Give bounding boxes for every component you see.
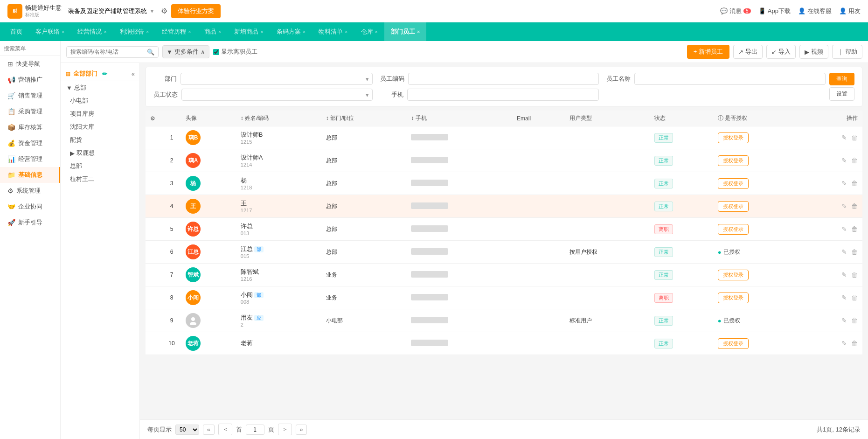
edit-icon[interactable]: ✎	[841, 157, 847, 164]
video-icon: ▶	[805, 49, 809, 56]
tab-warehouse[interactable]: 仓库 ×	[354, 22, 384, 41]
sidebar-item-operation[interactable]: 📊 经营管理	[0, 151, 60, 167]
edit-icon[interactable]: ✎	[841, 317, 847, 324]
dept-item-zongbu2[interactable]: 总部	[61, 160, 139, 173]
prev-page-btn[interactable]: ＜	[218, 424, 232, 435]
page-input[interactable]	[246, 425, 264, 435]
row-auth: 授权登录	[713, 149, 804, 172]
message-btn[interactable]: 💬 消息 5	[720, 7, 751, 15]
sidebar-item-collab[interactable]: 🤝 企业协同	[0, 199, 60, 215]
show-resigned-checkbox[interactable]	[213, 49, 219, 55]
tab-customer[interactable]: 客户联络 ×	[29, 22, 71, 41]
tab-operation[interactable]: 经营情况 ×	[71, 22, 113, 41]
delete-icon[interactable]: 🗑	[851, 317, 858, 324]
user-menu[interactable]: 👤 用友	[839, 7, 861, 15]
delete-icon[interactable]: 🗑	[851, 180, 858, 187]
table-row: 5 许总 许总013 总部 离职 授权登录 ✎ 🗑	[146, 218, 862, 241]
edit-icon[interactable]: ✎	[841, 340, 847, 347]
tab-barcode[interactable]: 条码方案 ×	[270, 22, 312, 41]
tab-bom[interactable]: 物料清单 ×	[312, 22, 354, 41]
auth-login-btn[interactable]: 授权登录	[718, 270, 749, 280]
delete-icon[interactable]: 🗑	[851, 202, 858, 210]
delete-icon[interactable]: 🗑	[851, 248, 858, 256]
help-button[interactable]: ｜ 帮助	[832, 45, 862, 59]
dept-select[interactable]	[181, 73, 373, 85]
delete-icon[interactable]: 🗑	[851, 157, 858, 164]
phone-input[interactable]	[407, 89, 599, 101]
page-size-select[interactable]: 50 100	[175, 425, 199, 435]
auth-login-btn[interactable]: 授权登录	[718, 155, 749, 166]
sidebar-item-marketing[interactable]: 📢 营销推广	[0, 72, 60, 88]
view-button[interactable]: ▶ 视频	[799, 45, 828, 59]
col-dept[interactable]: ↕ 部门/职位	[321, 111, 407, 126]
import-button[interactable]: ↙ 导入	[766, 45, 796, 59]
sidebar-item-basic[interactable]: 📁 基础信息	[0, 167, 60, 183]
app-download-btn[interactable]: 📱 App下载	[758, 7, 791, 15]
dept-item-zongbu[interactable]: ▼ 总部	[61, 81, 139, 94]
tab-profit[interactable]: 利润报告 ×	[113, 22, 155, 41]
export-button[interactable]: ↗ 导出	[733, 45, 763, 59]
delete-icon[interactable]: 🗑	[851, 134, 858, 141]
system-dropdown-icon[interactable]: ▾	[151, 8, 153, 14]
show-resigned-label[interactable]: 显示离职员工	[213, 48, 257, 56]
more-filter-btn[interactable]: ▼ 更多条件 ∧	[162, 45, 209, 58]
dept-item-peihuo[interactable]: 配货	[61, 133, 139, 146]
edit-icon[interactable]: ✎	[841, 180, 847, 187]
dept-tag: 部	[254, 292, 264, 298]
edit-icon[interactable]: ✎	[841, 248, 847, 256]
status-badge: 正常	[654, 316, 673, 326]
dept-item-shuanglu[interactable]: ▶ 双鹿想	[61, 146, 139, 160]
delete-icon[interactable]: 🗑	[851, 271, 858, 279]
sidebar-search-input[interactable]	[4, 45, 61, 52]
first-page-btn[interactable]: «	[203, 425, 215, 435]
auth-login-btn[interactable]: 授权登录	[718, 132, 749, 143]
employee-name-input[interactable]	[634, 73, 826, 85]
edit-icon[interactable]: ✎	[841, 202, 847, 210]
tab-home[interactable]: 首页	[4, 22, 29, 41]
edit-icon[interactable]: ✎	[841, 271, 847, 279]
sidebar-item-guide[interactable]: 🚀 新手引导	[0, 215, 60, 230]
dept-item-xiaodian[interactable]: 小电部	[61, 94, 139, 107]
auth-login-btn[interactable]: 授权登录	[718, 338, 749, 349]
edit-dept-icon[interactable]: ✏	[102, 70, 107, 77]
tab-new-goods[interactable]: 新增商品 ×	[228, 22, 270, 41]
edit-icon[interactable]: ✎	[841, 225, 847, 233]
auth-login-btn[interactable]: 授权登录	[718, 201, 749, 212]
search-input[interactable]	[70, 49, 145, 55]
col-name[interactable]: ↕ 姓名/编码	[236, 111, 321, 126]
add-employee-button[interactable]: + 新增员工	[687, 45, 729, 59]
sidebar-item-inventory[interactable]: 📦 库存核算	[0, 119, 60, 135]
last-page-btn[interactable]: »	[296, 425, 307, 435]
dept-item-shenyang[interactable]: 沈阳大库	[61, 120, 139, 133]
tab-dept-employee[interactable]: 部门员工 ×	[384, 22, 426, 41]
online-service-btn[interactable]: 👤 在线客服	[798, 7, 832, 15]
trial-button[interactable]: 体验行业方案	[171, 4, 221, 18]
employee-code-input[interactable]	[408, 73, 599, 85]
col-settings[interactable]: ⚙	[146, 111, 162, 126]
tab-history[interactable]: 经营历程 ×	[155, 22, 197, 41]
delete-icon[interactable]: 🗑	[851, 225, 858, 233]
auth-login-btn[interactable]: 授权登录	[718, 224, 749, 235]
row-phone	[406, 286, 512, 309]
col-phone[interactable]: ↕ 手机	[406, 111, 512, 126]
collapse-dept-icon[interactable]: «	[132, 70, 135, 77]
sidebar-item-sales[interactable]: 🛒 销售管理	[0, 88, 60, 104]
setting-button[interactable]: 设置	[829, 87, 854, 101]
tab-goods[interactable]: 商品 ×	[198, 22, 228, 41]
query-button[interactable]: 查询	[829, 73, 854, 85]
next-page-btn[interactable]: ＞	[278, 424, 292, 435]
auth-login-btn[interactable]: 授权登录	[718, 178, 749, 189]
sidebar-item-system[interactable]: ⚙ 系统管理	[0, 183, 60, 199]
sidebar-item-purchase[interactable]: 📋 采购管理	[0, 104, 60, 119]
edit-icon[interactable]: ✎	[841, 134, 847, 141]
edit-icon[interactable]: ✎	[841, 294, 847, 301]
sidebar-item-quick-nav[interactable]: ⊞ 快捷导航	[0, 56, 60, 72]
status-select[interactable]	[181, 89, 373, 101]
sidebar-item-finance[interactable]: 💰 资金管理	[0, 135, 60, 151]
settings-icon[interactable]: ⚙	[161, 7, 167, 15]
dept-item-zhicun[interactable]: 植村王二	[61, 173, 139, 186]
delete-icon[interactable]: 🗑	[851, 294, 858, 301]
delete-icon[interactable]: 🗑	[851, 340, 858, 347]
auth-login-btn[interactable]: 授权登录	[718, 293, 749, 303]
dept-item-project[interactable]: 项目库房	[61, 107, 139, 120]
